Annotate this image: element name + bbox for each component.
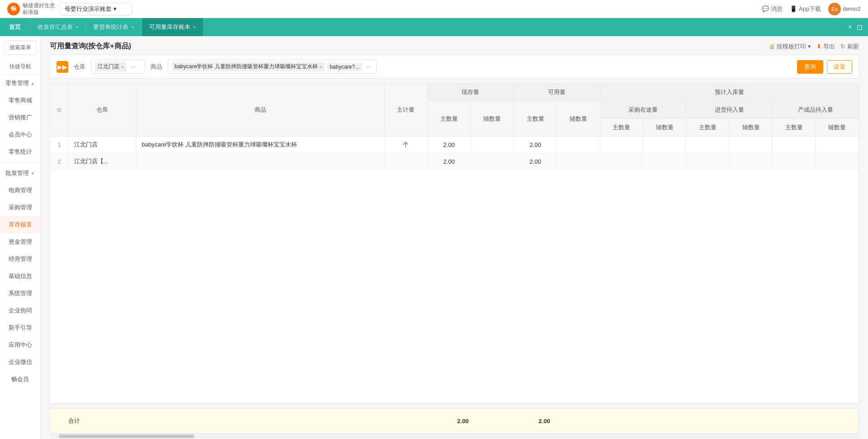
warehouse-tag: 江北门店 ×	[95, 62, 127, 71]
chevron-down-icon: ▾	[113, 5, 117, 12]
data-table: ⚙ 仓库 商品 主计量 现存量 可用量 预计入库量 主数量 辅数量 主数量 辅数…	[50, 84, 859, 170]
message-icon: 💬	[762, 5, 769, 12]
query-button[interactable]: 查询	[797, 60, 823, 74]
user-area[interactable]: Ea demo2	[828, 3, 861, 15]
tab-close-order-stat[interactable]: ×	[131, 24, 134, 30]
tab-close-all-icon[interactable]: ×	[848, 23, 852, 31]
row-warehouse-2: 江北门店【...	[68, 153, 136, 170]
setting-button[interactable]: 设置	[827, 60, 852, 74]
tab-recv-send[interactable]: 收发存汇总表 ×	[30, 18, 86, 36]
sidebar-item-operations[interactable]: 经营管理	[0, 250, 40, 268]
th-unit: 主计量	[384, 84, 427, 137]
top-bar-right: 💬 消息 📱 App下载 Ea demo2	[762, 3, 861, 15]
th-group-incoming: 进货待入量	[686, 101, 773, 119]
print-button[interactable]: 🖨 按模板打印 ▾	[769, 42, 811, 51]
footer-current-main: 2.00	[443, 418, 483, 425]
sidebar-item-members[interactable]: 会员中心	[0, 126, 40, 143]
tab-order-stat[interactable]: 要货单统计表 ×	[86, 18, 142, 36]
row-unit-2	[384, 153, 427, 170]
sidebar-item-marketing[interactable]: 营销推广	[0, 109, 40, 126]
tab-available-stock[interactable]: 可用量库存账本 ×	[142, 18, 203, 36]
table-container: ⚙ 仓库 商品 主计量 现存量 可用量 预计入库量 主数量 辅数量 主数量 辅数…	[50, 83, 859, 404]
th-group-purchase-transit: 采购在途量	[600, 101, 686, 119]
row-purchase-aux-2	[643, 153, 686, 170]
tab-home[interactable]: 首页	[0, 18, 30, 36]
search-menu-button[interactable]: 搜索菜单	[4, 41, 37, 55]
refresh-icon: ↻	[840, 43, 845, 50]
product-filter-input[interactable]: babycare学饮杯 儿童防摔防撞吸管杯重力球吸嘴杯宝宝水杯 × babyca…	[168, 60, 377, 74]
sidebar-nav-btn[interactable]: 快捷导航	[0, 59, 40, 75]
tab-close-recv-send[interactable]: ×	[75, 24, 78, 30]
sidebar-divider-1	[0, 162, 40, 163]
sidebar-item-system[interactable]: 系统管理	[0, 285, 40, 302]
product-tag-close-1[interactable]: ×	[320, 64, 322, 70]
sidebar-item-retail-mall[interactable]: 零售商城	[0, 92, 40, 109]
page-actions: 🖨 按模板打印 ▾ ⬇ 导出 ↻ 刷新	[769, 42, 859, 51]
sidebar-item-inventory[interactable]: 库存核算	[0, 216, 40, 233]
th-product: 商品	[136, 84, 384, 137]
sidebar-item-finance[interactable]: 资金管理	[0, 233, 40, 250]
row-current-aux-2	[471, 153, 514, 170]
table-row: 1 江北门店 babycare学饮杯 儿童防摔防撞吸管杯重力球吸嘴杯宝宝水杯 个…	[50, 137, 859, 153]
tab-close-available-stock[interactable]: ×	[193, 24, 196, 30]
refresh-button[interactable]: ↻ 刷新	[840, 42, 859, 51]
th-group-expected: 预计入库量	[600, 84, 859, 101]
product-tag-1: babycare学饮杯 儿童防摔防撞吸管杯重力球吸嘴杯宝宝水杯 ×	[172, 62, 325, 71]
warehouse-filter-input[interactable]: 江北门店 × ···	[91, 60, 145, 74]
product-tag-2: babycare?...	[327, 63, 362, 71]
sidebar-item-retail-stats[interactable]: 零售统计	[0, 143, 40, 160]
th-warehouse: 仓库	[68, 84, 136, 137]
logo-icon: 畅	[7, 3, 20, 15]
row-incoming-aux-1	[729, 137, 772, 153]
row-product-1: babycare学饮杯 儿童防摔防撞吸管杯重力球吸嘴杯宝宝水杯	[136, 137, 384, 153]
sidebar-item-enterprise-wx[interactable]: 企业微信	[0, 354, 40, 371]
nav-tab-actions: × ⊡	[843, 18, 868, 36]
th-settings[interactable]: ⚙	[50, 84, 68, 137]
th-prod-aux: 辅数量	[816, 119, 859, 137]
footer-avail-main: 2.00	[524, 418, 565, 425]
warehouse-more-btn[interactable]: ···	[128, 63, 137, 70]
sidebar: 搜索菜单 快捷导航 零售管理 ▲ 零售商城 营销推广 会员中心 零售统计 批发管…	[0, 36, 41, 439]
warehouse-tag-close[interactable]: ×	[121, 64, 124, 70]
sidebar-item-base-info[interactable]: 基础信息	[0, 268, 40, 285]
filter-toggle-btn[interactable]: ▶▶	[57, 61, 68, 73]
settings-icon[interactable]: ⚙	[57, 107, 62, 113]
th-group-available: 可用量	[514, 84, 600, 101]
logo-text: 畅捷通好生意 标准版	[23, 2, 55, 15]
expand-arrow-icon-2: ▼	[30, 171, 35, 176]
sidebar-item-app-center[interactable]: 应用中心	[0, 336, 40, 354]
sidebar-item-enterprise[interactable]: 企业协同	[0, 302, 40, 319]
row-incoming-main-2	[686, 153, 729, 170]
product-more-btn[interactable]: ···	[364, 63, 373, 70]
th-current-main: 主数量	[428, 101, 471, 137]
sidebar-item-retail-mgmt[interactable]: 零售管理 ▲	[0, 75, 40, 92]
row-seq-2: 2	[50, 153, 68, 170]
sidebar-item-ecommerce[interactable]: 电商管理	[0, 182, 40, 199]
sidebar-item-purchase[interactable]: 采购管理	[0, 199, 40, 216]
scroll-thumb[interactable]	[59, 434, 194, 438]
th-purchase-main: 主数量	[600, 119, 643, 137]
row-product-2	[136, 153, 384, 170]
sidebar-item-new-guide[interactable]: 新手引导	[0, 319, 40, 336]
row-prod-aux-1	[816, 137, 859, 153]
th-incoming-main: 主数量	[686, 119, 729, 137]
sidebar-item-wholesale-mgmt[interactable]: 批发管理 ▼	[0, 165, 40, 182]
industry-selector[interactable]: 母婴行业演示账套 ▾	[60, 3, 132, 15]
top-bar: 畅 畅捷通好生意 标准版 母婴行业演示账套 ▾ 💬 消息 📱 App下载 Ea …	[0, 0, 868, 18]
message-action[interactable]: 💬 消息	[762, 5, 783, 13]
app-download-action[interactable]: 📱 App下载	[790, 5, 821, 13]
th-incoming-aux: 辅数量	[729, 119, 772, 137]
footer-label: 合计	[59, 413, 132, 429]
horizontal-scrollbar[interactable]	[50, 434, 859, 439]
table-row: 2 江北门店【... 2.00 2.00	[50, 153, 859, 170]
warehouse-filter-label: 仓库	[74, 63, 85, 71]
th-avail-aux: 辅数量	[557, 101, 600, 137]
top-bar-left: 畅 畅捷通好生意 标准版 母婴行业演示账套 ▾	[7, 2, 132, 15]
sidebar-item-vip-member[interactable]: 畅会员	[0, 371, 40, 388]
export-button[interactable]: ⬇ 导出	[816, 42, 835, 51]
row-purchase-main-1	[600, 137, 643, 153]
th-avail-main: 主数量	[514, 101, 557, 137]
tab-restore-icon[interactable]: ⊡	[857, 23, 863, 32]
logo-area: 畅 畅捷通好生意 标准版	[7, 2, 55, 15]
row-avail-main-1: 2.00	[514, 137, 557, 153]
